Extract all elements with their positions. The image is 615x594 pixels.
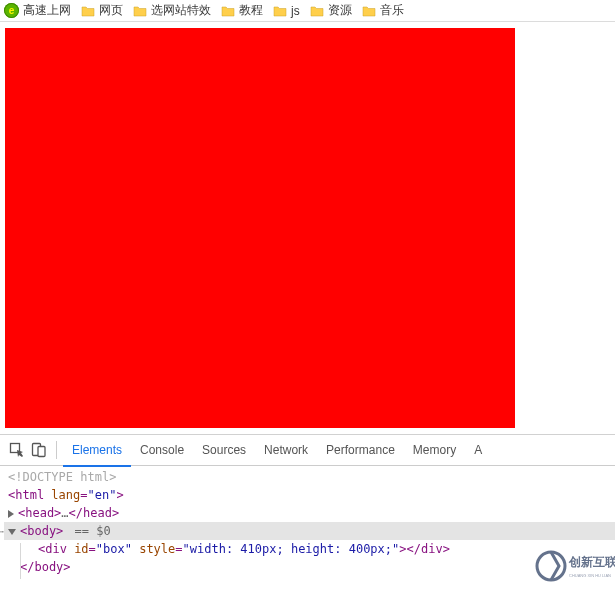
tab-label: Performance <box>326 443 395 457</box>
folder-icon <box>310 4 324 18</box>
folder-icon <box>362 4 376 18</box>
tab-network[interactable]: Network <box>255 435 317 467</box>
bookmarks-bar: e 高速上网 网页 选网站特效 教程 js 资源 音乐 <box>0 0 615 22</box>
bookmark-label: 高速上网 <box>23 2 71 19</box>
tab-sources[interactable]: Sources <box>193 435 255 467</box>
bookmark-resource[interactable]: 资源 <box>308 0 360 21</box>
tab-memory[interactable]: Memory <box>404 435 465 467</box>
inspect-element-icon[interactable] <box>6 439 28 461</box>
tab-label: Network <box>264 443 308 457</box>
bookmark-site-effects[interactable]: 选网站特效 <box>131 0 219 21</box>
tree-guide-line <box>20 543 21 579</box>
globe-icon: e <box>4 3 19 18</box>
divider <box>56 441 57 459</box>
svg-rect-2 <box>38 447 45 457</box>
bookmark-music[interactable]: 音乐 <box>360 0 412 21</box>
tab-label: Memory <box>413 443 456 457</box>
tab-label: Sources <box>202 443 246 457</box>
devtools-tabbar: Elements Console Sources Network Perform… <box>0 435 615 466</box>
folder-icon <box>133 4 147 18</box>
tab-application-cut[interactable]: A <box>465 435 482 467</box>
red-box <box>5 28 515 428</box>
bookmark-webpage[interactable]: 网页 <box>79 0 131 21</box>
dom-head[interactable]: <head>…</head> <box>4 504 615 522</box>
bookmark-label: 教程 <box>239 2 263 19</box>
device-toolbar-icon[interactable] <box>28 439 50 461</box>
dom-div-box[interactable]: <div id="box" style="width: 410px; heigh… <box>4 540 615 558</box>
bookmark-label: 网页 <box>99 2 123 19</box>
tab-label: Console <box>140 443 184 457</box>
caret-right-icon[interactable] <box>8 510 14 518</box>
tab-elements[interactable]: Elements <box>63 435 131 467</box>
selected-node-indicator: == $0 <box>63 524 110 538</box>
caret-down-icon[interactable] <box>8 529 16 535</box>
dom-html-open[interactable]: <html lang="en"> <box>4 486 615 504</box>
bookmark-highspeed[interactable]: e 高速上网 <box>2 0 79 21</box>
folder-icon <box>81 4 95 18</box>
tab-console[interactable]: Console <box>131 435 193 467</box>
bookmark-label: 音乐 <box>380 2 404 19</box>
tab-label: A <box>474 443 482 457</box>
bookmark-label: js <box>291 4 300 18</box>
devtools-panel: Elements Console Sources Network Perform… <box>0 435 615 594</box>
bookmark-label: 选网站特效 <box>151 2 211 19</box>
bookmark-label: 资源 <box>328 2 352 19</box>
tab-label: Elements <box>72 443 122 457</box>
folder-icon <box>273 4 287 18</box>
dom-doctype[interactable]: <!DOCTYPE html> <box>4 468 615 486</box>
tab-performance[interactable]: Performance <box>317 435 404 467</box>
folder-icon <box>221 4 235 18</box>
page-viewport <box>0 22 615 435</box>
dom-body-open[interactable]: <body> == $0 <box>4 522 615 540</box>
dom-tree[interactable]: <!DOCTYPE html> <html lang="en"> <head>…… <box>0 466 615 576</box>
gutter-ellipsis-icon[interactable]: ⋯ <box>0 523 5 541</box>
dom-body-close[interactable]: </body> <box>4 558 615 576</box>
bookmark-tutorial[interactable]: 教程 <box>219 0 271 21</box>
bookmark-js[interactable]: js <box>271 0 308 21</box>
